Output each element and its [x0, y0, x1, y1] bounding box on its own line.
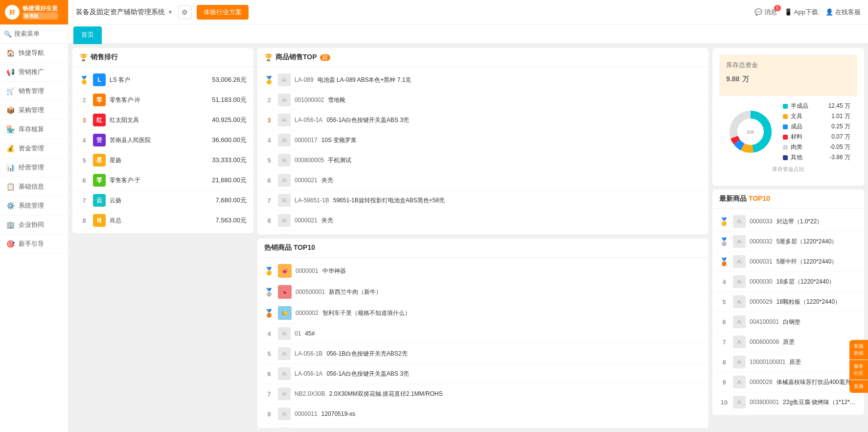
rank-item: 6 Ai 004100001 白钢垫 [712, 312, 864, 332]
inventory-total: 9.88 万 [726, 72, 850, 84]
top-sales-card: 🏆 商品销售TOP 22 🥇 Ai LA-089 电池盖 LA-089 ABS本… [257, 48, 708, 235]
svg-text:占比: 占比 [747, 130, 754, 134]
guide-icon: 🎯 [6, 240, 15, 248]
rank-num: 5 [264, 157, 274, 164]
float-btn-community[interactable]: 服务社区 [849, 360, 868, 380]
product-thumb: Ai [278, 73, 291, 86]
inventory-value: 9.88 [726, 75, 739, 83]
product-thumb: Ai [278, 347, 291, 360]
rank-item: 9 Ai 0000028 体械嘉枝味苏打饮品400毫升（1*15） [712, 372, 864, 392]
product-name: 5厘中纤（1220*2440） [777, 258, 857, 266]
legend-value: 12.45 万 [828, 102, 850, 110]
customer-rank-list: 🥇 L LS 客户 53,006.26元 2 零 零售客户·许 51,183.0… [72, 67, 253, 233]
legend-dot [783, 114, 788, 119]
legend-item: 文具 1.01 万 [783, 112, 850, 120]
sidebar-item-guide[interactable]: 🎯 新手引导 [0, 235, 68, 254]
sidebar-item-sales[interactable]: 🛒 销售管理 [0, 82, 68, 101]
float-btn-service[interactable]: 客服热线 [849, 340, 868, 360]
product-name: 体械嘉枝味苏打饮品400毫升（1*15） [777, 378, 857, 386]
rank-medal: 🥈 [264, 287, 274, 297]
legend-item: 其他 -3.86 万 [783, 153, 850, 162]
product-name: 22g鱼豆腐·烧烤味（1*12*20） [783, 398, 857, 407]
top-sales-header: 🏆 商品销售TOP 22 [257, 48, 708, 67]
settings-button[interactable]: ⚙ [178, 5, 192, 19]
customer-name-2: 零售客户·许 [110, 96, 208, 104]
system-title: 装备及固定资产辅助管理系统 [76, 8, 165, 17]
rank-item: 5 星 星扬 33,333.00元 [72, 150, 253, 170]
rank-medal: 🥈 [719, 237, 729, 246]
product-code: LA-056-1A [295, 117, 322, 123]
legend-name: 肉类 [791, 143, 826, 151]
customer-value-2: 51,183.00元 [212, 96, 247, 104]
rank-item: 🥈 Ai 0000032 5厘多层（1220*2440） [712, 232, 864, 252]
product-img: 🍋 [278, 306, 292, 320]
rank-num: 2 [264, 96, 274, 104]
product-name: 夹壳 [321, 176, 702, 185]
rank-num: 10 [719, 399, 729, 406]
customer-avatar-6: 零 [93, 174, 106, 187]
customer-avatar-7: 云 [93, 194, 106, 207]
product-name: 18颗粒板（1220*2440） [777, 298, 857, 306]
donut-chart: 占比 [726, 107, 775, 156]
marketing-icon: 📢 [6, 68, 15, 76]
product-thumb: Ai [278, 234, 291, 235]
product-name: 056-1B白色按键开关壳ABS2壳 [326, 350, 702, 358]
sidebar-item-label: 系统管理 [19, 201, 44, 210]
product-thumb: Ai [733, 295, 746, 308]
sidebar-item-purchase[interactable]: 📦 采购管理 [0, 101, 68, 120]
inventory-chart-area: 占比 半成品 12.45 万 文具 [726, 102, 850, 162]
product-thumb: Ai [278, 387, 291, 400]
customer-value-8: 7,563.00元 [215, 216, 247, 225]
product-name: 原垄 [789, 358, 857, 366]
rank-item: 🥉 Ai 0000031 5厘中纤（1220*2440） [712, 252, 864, 272]
product-thumb: Ai [733, 315, 746, 328]
rank-medal: 🥇 [264, 75, 274, 85]
trophy-icon: 🏆 [79, 53, 88, 61]
product-name: 手机测试 [328, 156, 702, 165]
sidebar-item-quick-nav[interactable]: 🏠 快捷导航 [0, 44, 68, 63]
sidebar-item-system[interactable]: ⚙️ 系统管理 [0, 196, 68, 216]
product-img: 🥩 [278, 285, 292, 299]
rank-item: 10 Ai 003800001 22g鱼豆腐·烧烤味（1*12*20） [712, 392, 864, 412]
rank-item: 3 红 红太阳文具 40,925.00元 [72, 110, 253, 130]
product-thumb: Ai [278, 408, 291, 420]
rank-item: 6 Ai 0000021 夹壳 [257, 170, 708, 191]
sidebar-item-inventory[interactable]: 🏪 库存核算 [0, 120, 68, 139]
rank-item: 🥉 🍋 0000002 智利车子里（规格不知道填什么） [257, 303, 708, 324]
rank-item: 2 零 零售客户·许 51,183.00元 [72, 90, 253, 110]
product-thumb: Ai [278, 327, 291, 340]
notification-button[interactable]: 💬 消息 6 [754, 8, 777, 17]
product-name: 新西兰牛肉（新牛） [329, 288, 702, 296]
product-name: 45# [305, 330, 702, 337]
sidebar-item-finance[interactable]: 💰 资金管理 [0, 139, 68, 158]
rank-item: 5 Ai 0000029 18颗粒板（1220*2440） [712, 292, 864, 312]
sidebar-item-operations[interactable]: 📊 经营管理 [0, 158, 68, 177]
trial-button[interactable]: 体验行业方案 [197, 5, 249, 20]
rank-item: 7 云 云扬 7,680.00元 [72, 191, 253, 211]
product-thumb: Ai [278, 134, 291, 146]
dropdown-arrow-icon[interactable]: ▼ [167, 9, 173, 16]
sidebar-item-basic-info[interactable]: 📋 基础信息 [0, 177, 68, 196]
rank-item: 9 Ai KK-SD22110H 花语萌恒温分腿睡袋（厚款） [257, 424, 708, 428]
product-code: 000800005 [295, 157, 324, 164]
product-name: 中华神器 [322, 267, 702, 275]
sidebar-item-company[interactable]: 🏢 企业协同 [0, 216, 68, 235]
online-service-button[interactable]: 👤 在线客服 [825, 8, 861, 17]
hot-products-header: 热销商品 TOP10 [257, 239, 708, 258]
sidebar-item-marketing[interactable]: 📢 营销推广 [0, 63, 68, 82]
rank-num-3: 3 [79, 117, 89, 124]
page-body: 🏆 销售排行 🥇 L LS 客户 53,006.26元 2 零 [69, 44, 868, 432]
customer-avatar-5: 星 [93, 154, 106, 167]
app-download-button[interactable]: 📱 App下载 [784, 8, 818, 17]
product-name: 59651-1B旋转投影灯电池盒ABS黑色+58壳 [333, 196, 702, 205]
sales-icon: 🛒 [6, 87, 15, 96]
product-code: 0000001 [296, 267, 319, 274]
middle-column: 🏆 商品销售TOP 22 🥇 Ai LA-089 电池盖 LA-089 ABS本… [257, 48, 708, 428]
customer-ranking-title: 销售排行 [91, 53, 118, 62]
product-img: 🥩 [278, 264, 292, 278]
product-thumb: Ai [278, 214, 291, 227]
tab-home[interactable]: 首页 [73, 26, 102, 44]
search-menu[interactable]: 🔍 搜索菜单 [0, 24, 68, 44]
left-column: 🏆 销售排行 🥇 L LS 客户 53,006.26元 2 零 [72, 48, 253, 428]
float-btn-live[interactable]: 直播 [849, 380, 868, 393]
